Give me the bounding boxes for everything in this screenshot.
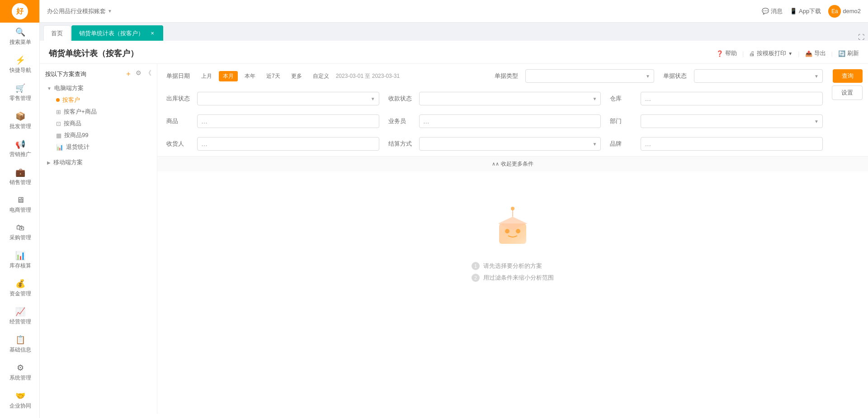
out-status-select[interactable]: ▼ (197, 92, 379, 105)
sidebar-item-sales[interactable]: 💼 销售管理 (0, 163, 39, 191)
message-btn[interactable]: 💬 消息 (762, 7, 783, 15)
filter-row-4: 收货人 … 结算方式 ▼ (157, 133, 832, 151)
page-actions: ❓ 帮助 | 🖨 按模板打印 ▼ | 📤 导出 | 🔄 刷新 (716, 49, 859, 57)
date-btn-this-year[interactable]: 本年 (241, 71, 259, 81)
settlement-select[interactable]: ▼ (419, 137, 601, 151)
out-status-arrow: ▼ (371, 96, 375, 101)
divider3: | (831, 50, 833, 57)
payment-status-select[interactable]: ▼ (419, 92, 601, 105)
date-btn-last-month[interactable]: 上月 (197, 71, 216, 81)
sidebar-item-wholesale[interactable]: 📦 批发管理 (0, 107, 39, 135)
tree-desktop-schemes[interactable]: ▼ 电脑端方案 (43, 82, 153, 94)
date-btn-custom[interactable]: 自定义 (309, 71, 333, 81)
salesman-label: 业务员 (388, 117, 415, 125)
dept-label: 部门 (610, 117, 637, 125)
receiver-dots: … (201, 140, 208, 147)
settlement-label: 结算方式 (388, 140, 415, 148)
expand-icon: ⛶ (858, 33, 864, 41)
sidebar-item-finance-label: 资金管理 (9, 290, 31, 298)
sidebar-item-system-label: 系统管理 (9, 374, 31, 382)
query-btn[interactable]: 查询 (833, 69, 863, 83)
scheme-section-label: 按以下方案查询 (45, 70, 86, 78)
left-sidebar: 好 🔍 搜索菜单 ⚡ 快捷导航 🛒 零售管理 📦 批发管理 📢 营销推广 💼 销… (0, 0, 40, 418)
app-download-btn[interactable]: 📱 App下载 (790, 7, 821, 15)
collapse-bar[interactable]: ∧∧ 收起更多条件 (157, 156, 868, 171)
tree-node-by-goods-99[interactable]: ▦ 按商品99 (52, 129, 153, 141)
collapse-scheme-btn[interactable]: 《 (145, 69, 151, 79)
sidebar-item-inventory[interactable]: 📊 库存核算 (0, 246, 39, 274)
sidebar-item-basic[interactable]: 📋 基础信息 (0, 330, 39, 358)
tab-sales-stat[interactable]: 销货单统计表（按客户） ✕ (71, 25, 163, 41)
sidebar-item-cooperation[interactable]: 🤝 企业协同 (0, 386, 39, 414)
salesman-dots: … (423, 118, 430, 125)
warehouse-select[interactable]: … (641, 92, 823, 105)
sidebar-item-quick-nav[interactable]: ⚡ 快捷导航 (0, 51, 39, 79)
order-status-label: 单据状态 (663, 72, 690, 80)
receiver-label: 收货人 (166, 140, 193, 148)
finance-icon: 💰 (15, 279, 25, 289)
sidebar-item-system[interactable]: ⚙ 系统管理 (0, 358, 39, 386)
sidebar-item-search[interactable]: 🔍 搜索菜单 (0, 23, 39, 51)
scheme-by-customer-goods-label: 按客户+商品 (64, 108, 97, 116)
warehouse-dots: … (645, 95, 652, 102)
filter-goods: 商品 … (166, 114, 379, 128)
tip-num-1: 1 (472, 262, 480, 270)
date-btn-more[interactable]: 更多 (287, 71, 306, 81)
filter-layout: 按以下方案查询 ＋ ⚙ 《 ▼ 电脑端方案 (40, 64, 868, 414)
ecommerce-icon: 🖥 (16, 195, 24, 205)
help-icon: ❓ (716, 50, 723, 57)
tree-node-by-goods[interactable]: ⊡ 按商品 (52, 118, 153, 129)
logo-icon: 好 (12, 3, 28, 19)
logo-text-inner: 好 (16, 7, 24, 16)
logo-area: 好 (0, 0, 39, 23)
tab-expand-btn[interactable]: ⛶ (854, 33, 868, 41)
payment-status-label: 收款状态 (388, 95, 415, 103)
scheme-by-goods-label: 按商品 (64, 119, 81, 128)
date-btn-7days[interactable]: 近7天 (262, 71, 284, 81)
tab-close-btn[interactable]: ✕ (149, 30, 156, 37)
brand-select[interactable]: … (641, 137, 823, 151)
export-btn[interactable]: 📤 导出 (805, 49, 826, 57)
sidebar-item-operations[interactable]: 📈 经营管理 (0, 302, 39, 330)
sidebar-item-purchase[interactable]: 🛍 采购管理 (0, 218, 39, 246)
marketing-icon: 📢 (15, 139, 25, 149)
receiver-select[interactable]: … (197, 137, 379, 151)
cooperation-icon: 🤝 (15, 391, 25, 401)
user-name: demo2 (843, 8, 861, 14)
message-icon: 💬 (762, 8, 769, 14)
settings-btn[interactable]: 设置 (832, 86, 863, 100)
active-indicator (56, 98, 60, 102)
order-type-arrow: ▼ (646, 74, 650, 79)
dept-select[interactable]: ▼ (641, 114, 823, 128)
goods-select[interactable]: … (197, 114, 379, 128)
tab-home[interactable]: 首页 (43, 25, 71, 41)
order-status-select[interactable]: ▼ (694, 69, 823, 83)
filter-receiver: 收货人 … (166, 137, 379, 151)
help-btn[interactable]: ❓ 帮助 (716, 49, 737, 57)
sidebar-item-retail[interactable]: 🛒 零售管理 (0, 79, 39, 107)
refresh-btn[interactable]: 🔄 刷新 (838, 49, 859, 57)
sidebar-item-ecommerce[interactable]: 🖥 电商管理 (0, 191, 39, 218)
sidebar-item-guide[interactable]: 🎯 新手引导 (0, 414, 39, 418)
date-label: 单据日期 (166, 72, 193, 80)
scheme-icon-table: ⊡ (56, 120, 61, 127)
tree-mobile-schemes[interactable]: ▶ 移动端方案 (43, 157, 153, 168)
collapse-label: 收起更多条件 (501, 160, 533, 168)
tree-node-by-customer[interactable]: 按客户 (52, 94, 153, 106)
filter-salesman: 业务员 … (388, 114, 601, 128)
tree-node-return-stats[interactable]: 📊 退货统计 (52, 141, 153, 153)
tree-node-by-customer-goods[interactable]: ⊞ 按客户+商品 (52, 106, 153, 118)
user-profile[interactable]: Ea demo2 (828, 5, 861, 18)
edit-scheme-btn[interactable]: ⚙ (136, 69, 142, 79)
date-btn-this-month[interactable]: 本月 (219, 71, 238, 81)
sidebar-item-finance[interactable]: 💰 资金管理 (0, 274, 39, 302)
filter-main: 单据日期 上月 本月 本年 近7天 更多 自定义 2023-03-01 至 20… (157, 64, 868, 414)
sidebar-item-marketing[interactable]: 📢 营销推广 (0, 135, 39, 163)
add-scheme-btn[interactable]: ＋ (125, 69, 132, 79)
industry-selector[interactable]: 办公用品行业模拟账套 ▼ (47, 7, 112, 15)
dept-arrow: ▼ (814, 119, 819, 124)
print-btn[interactable]: 🖨 按模板打印 ▼ (749, 49, 793, 57)
salesman-select[interactable]: … (419, 114, 601, 128)
order-type-select[interactable]: ▼ (525, 69, 654, 83)
tree-children: 按客户 ⊞ 按客户+商品 ⊡ 按商品 ▦ 按商品99 (43, 94, 153, 153)
